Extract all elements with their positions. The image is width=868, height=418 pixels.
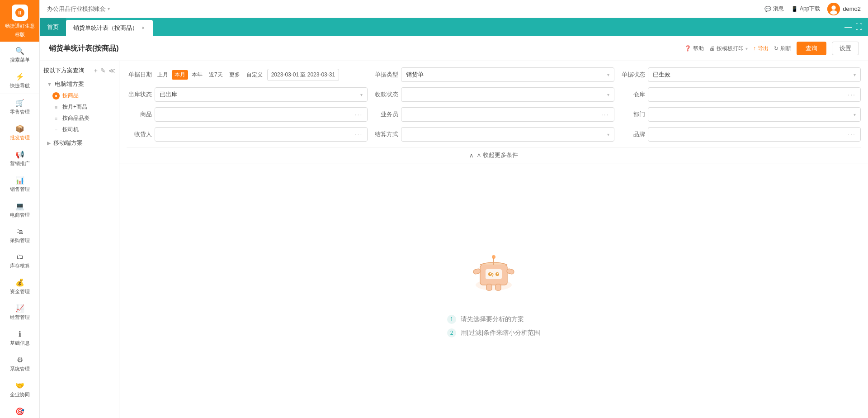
export-button[interactable]: ↑ 导出: [753, 45, 769, 52]
user-menu[interactable]: demo2: [827, 3, 861, 15]
collapse-filter-button[interactable]: ∧ ∧ 收起更多条件: [127, 147, 861, 163]
dept-dropdown-icon: ▾: [854, 112, 856, 117]
date-tab-7days[interactable]: 近7天: [206, 70, 226, 80]
filter-row-4: 收货人 ··· 结算方式 ▾ 品牌: [127, 127, 861, 142]
date-control-group: 上月 本月 本年 近7天 更多 自定义 2023-03-01 至 2023-03…: [155, 69, 368, 81]
goods-dots-icon: ···: [355, 111, 363, 118]
window-controls: — ⛶: [839, 18, 868, 36]
recstatus-control[interactable]: ▾: [401, 87, 614, 102]
data-area: ? 1 请先选择要分析的方案 2 用[过滤]条件来缩小分析范围: [119, 163, 868, 418]
tree-pc-group: ▼ 电脑端方案 ● 按商品 ≡ 按月+商品 ≡: [43, 78, 115, 135]
brand-dots-icon: ···: [848, 131, 856, 138]
minimize-icon[interactable]: —: [844, 23, 852, 31]
outstatus-control[interactable]: 已出库 ▾: [155, 87, 368, 102]
status-label: 单据状态: [620, 71, 645, 79]
scheme-icon-2: ≡: [52, 115, 60, 122]
sidebar-item-quicknav[interactable]: ⚡ 快捷导航: [0, 68, 39, 94]
sidebar-item-retail[interactable]: 🛒 零售管理: [0, 94, 39, 120]
industry-title[interactable]: 办公用品行业模拟账套 ▾: [47, 5, 110, 13]
avatar: [827, 3, 840, 15]
sidebar-item-ecommerce[interactable]: 💻 电商管理: [0, 197, 39, 223]
help-icon: ❓: [684, 45, 691, 52]
app-name: 畅捷通好生意: [5, 23, 35, 29]
refresh-button[interactable]: ↻ 刷新: [774, 45, 791, 52]
type-control[interactable]: 销货单 ▾: [401, 67, 614, 82]
sidebar-item-marketing[interactable]: 📢 营销推广: [0, 146, 39, 171]
tab-home[interactable]: 首页: [40, 18, 66, 36]
sidebar-item-wholesale[interactable]: 📦 批发管理: [0, 120, 39, 146]
sidebar-item-finance[interactable]: 💰 资金管理: [0, 274, 39, 299]
retail-icon: 🛒: [15, 99, 24, 107]
collapse-icon: ∧: [469, 152, 474, 159]
dept-label: 部门: [620, 110, 645, 119]
sidebar-item-basic[interactable]: ℹ 基础信息: [0, 325, 39, 351]
sidebar-item-collab[interactable]: 🤝 企业协同: [0, 377, 39, 403]
print-icon: 🖨: [709, 45, 715, 52]
date-tab-more[interactable]: 更多: [226, 70, 243, 80]
date-tab-lastmonth[interactable]: 上月: [155, 70, 171, 80]
goods-label: 商品: [127, 110, 152, 119]
step-num-2: 2: [447, 328, 456, 337]
tree-item-goods-category[interactable]: ≡ 按商品品类: [49, 113, 115, 124]
query-button[interactable]: 查询: [797, 42, 826, 55]
brand-control[interactable]: ···: [648, 127, 861, 142]
empty-state: ? 1 请先选择要分析的方案 2 用[过滤]条件来缩小分析范围: [447, 244, 540, 337]
date-tab-thismonth[interactable]: 本月: [172, 70, 188, 80]
status-control[interactable]: 已生效 ▾: [648, 67, 861, 82]
newuser-icon: 🎯: [15, 407, 24, 416]
tree-item-by-goods[interactable]: ● 按商品: [49, 90, 115, 101]
filter-payment-item: 结算方式 ▾: [373, 127, 614, 142]
sidebar-item-newuser[interactable]: 🎯 新手引导: [0, 403, 39, 418]
recstatus-label: 收款状态: [373, 90, 398, 99]
sidebar-item-system[interactable]: ⚙ 系统管理: [0, 351, 39, 377]
page-title: 销货单统计表(按商品): [49, 44, 119, 59]
set-button[interactable]: 设置: [832, 42, 859, 55]
filter-row-3: 商品 ··· 业务员 ··· 部门: [127, 107, 861, 122]
operations-icon: 📈: [15, 304, 24, 313]
tab-active[interactable]: 销货单统计表（按商品） ×: [66, 20, 153, 36]
system-icon: ⚙: [17, 356, 23, 364]
sidebar-item-inventory[interactable]: 🗂 库存核算: [0, 248, 39, 274]
collapse-panel-icon[interactable]: ≪: [108, 67, 115, 74]
scheme-icon-3: ≡: [52, 126, 60, 133]
tree-group-mobile[interactable]: ▶ 移动端方案: [43, 137, 115, 149]
outstatus-label: 出库状态: [127, 90, 152, 99]
tree-item-driver[interactable]: ≡ 按司机: [49, 124, 115, 135]
add-scheme-icon[interactable]: +: [94, 67, 98, 74]
receiver-control[interactable]: ···: [155, 127, 368, 142]
message-icon: 💬: [764, 6, 771, 12]
filter-goods-item: 商品 ···: [127, 107, 368, 122]
goods-control[interactable]: ···: [155, 107, 368, 122]
app-download-button[interactable]: 📱 App下载: [791, 5, 820, 13]
sidebar-nav-list: 🛒 零售管理 📦 批发管理 📢 营销推广 📊 销售管理 💻 电商管理 🛍 采购管…: [0, 94, 39, 418]
filter-brand-item: 品牌 ···: [620, 127, 861, 142]
tree-item-month-goods[interactable]: ≡ 按月+商品: [49, 101, 115, 113]
tree-group-pc[interactable]: ▼ 电脑端方案: [43, 78, 115, 90]
sidebar-item-purchase[interactable]: 🛍 采购管理: [0, 223, 39, 248]
svg-point-1: [832, 5, 836, 10]
svg-point-2: [830, 10, 837, 14]
warehouse-control[interactable]: ···: [648, 87, 861, 102]
filter-dept-item: 部门 ▾: [620, 107, 861, 122]
empty-state-illustration: ?: [467, 244, 521, 299]
dept-control[interactable]: ▾: [648, 107, 861, 122]
help-button[interactable]: ❓ 帮助: [684, 45, 704, 52]
payment-control[interactable]: ▾: [401, 127, 614, 142]
message-button[interactable]: 💬 消息: [764, 5, 784, 13]
app-logo[interactable]: 畅捷通好生意 标版: [0, 0, 39, 42]
staff-control[interactable]: ···: [401, 107, 614, 122]
date-range-display[interactable]: 2023-03-01 至 2023-03-31: [267, 69, 339, 81]
warehouse-dots-icon: ···: [848, 91, 856, 98]
logo-icon: [12, 5, 28, 21]
date-tab-custom[interactable]: 自定义: [244, 70, 265, 80]
print-button[interactable]: 🖨 按模板打印 ▾: [709, 45, 748, 52]
sidebar-item-operations[interactable]: 📈 经营管理: [0, 299, 39, 325]
sidebar-item-sales[interactable]: 📊 销售管理: [0, 171, 39, 197]
edit-scheme-icon[interactable]: ✎: [100, 67, 106, 74]
sidebar-item-search[interactable]: 🔍 搜索菜单: [0, 42, 39, 68]
date-tab-thisyear[interactable]: 本年: [189, 70, 205, 80]
tab-close-icon[interactable]: ×: [141, 24, 146, 32]
maximize-icon[interactable]: ⛶: [855, 23, 863, 31]
content-area: 按以下方案查询 + ✎ ≪ ▼ 电脑端方案 ●: [40, 61, 868, 418]
payment-label: 结算方式: [373, 130, 398, 138]
